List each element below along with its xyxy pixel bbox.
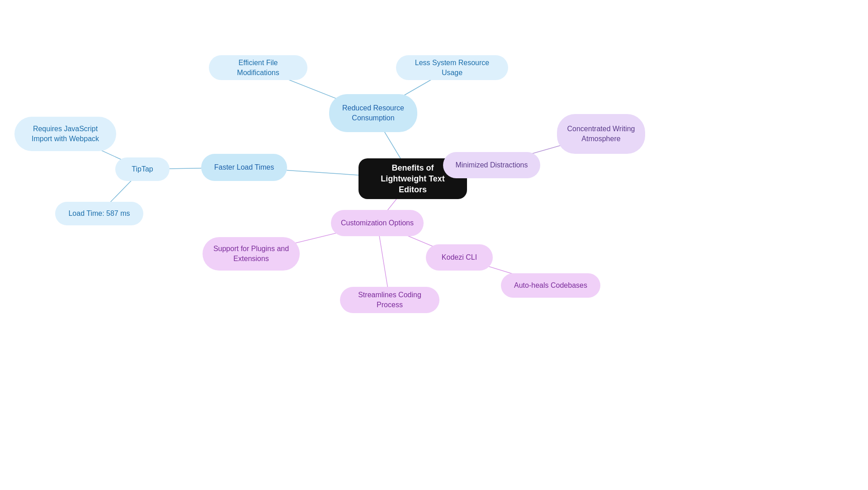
reduced-label: Reduced Resource Consumption <box>339 103 407 123</box>
efficient-label: Efficient File Modifications <box>219 58 297 77</box>
kodezi-label: Kodezi CLI <box>442 252 477 262</box>
kodezi-node: Kodezi CLI <box>426 244 493 271</box>
reduced-resource-node: Reduced Resource Consumption <box>329 94 417 132</box>
tiptap-label: TipTap <box>132 164 153 174</box>
concentrated-label: Concentrated Writing Atmosphere <box>567 124 635 143</box>
concentrated-node: Concentrated Writing Atmosphere <box>557 114 645 154</box>
requires-js-label: Requires JavaScript Import with Webpack <box>24 124 106 143</box>
autoheals-node: Auto-heals Codebases <box>501 273 600 298</box>
minimized-node: Minimized Distractions <box>443 152 540 178</box>
efficient-file-node: Efficient File Modifications <box>209 55 307 80</box>
load-time-node: Load Time: 587 ms <box>55 202 143 225</box>
less-system-node: Less System Resource Usage <box>396 55 508 80</box>
customization-node: Customization Options <box>331 210 424 236</box>
minimized-label: Minimized Distractions <box>455 160 528 170</box>
load-time-label: Load Time: 587 ms <box>68 209 130 219</box>
requires-js-node: Requires JavaScript Import with Webpack <box>14 117 116 151</box>
faster-load-node: Faster Load Times <box>201 154 287 181</box>
less-system-label: Less System Resource Usage <box>406 58 498 77</box>
faster-load-label: Faster Load Times <box>214 162 274 172</box>
autoheals-label: Auto-heals Codebases <box>514 281 587 290</box>
streamlines-label: Streamlines Coding Process <box>350 290 429 309</box>
customization-label: Customization Options <box>341 218 414 228</box>
plugins-label: Support for Plugins and Extensions <box>212 244 290 263</box>
plugins-node: Support for Plugins and Extensions <box>203 237 300 271</box>
streamlines-node: Streamlines Coding Process <box>340 287 439 313</box>
tiptap-node: TipTap <box>115 157 170 181</box>
